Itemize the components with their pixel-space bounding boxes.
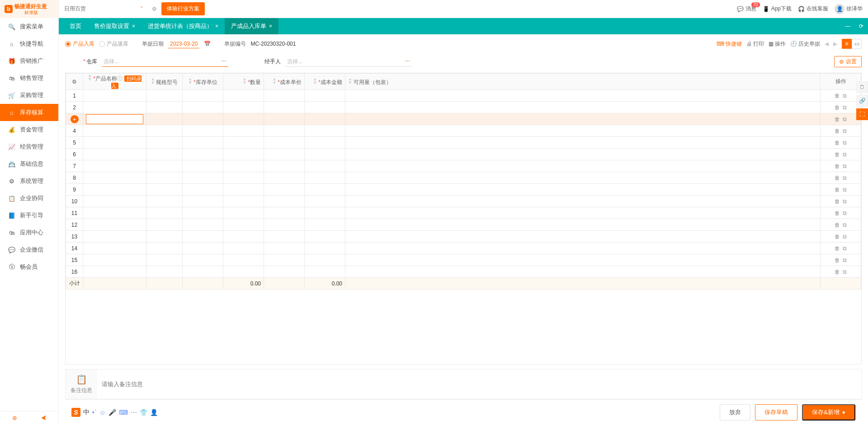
- app-download-button[interactable]: 📱 App下载: [763, 5, 792, 13]
- sidebar-collapse-icon[interactable]: ⮜: [29, 411, 59, 425]
- delete-row-icon[interactable]: 🗑: [835, 187, 840, 193]
- doc-date-field[interactable]: 2023-03-20: [168, 40, 199, 48]
- table-row[interactable]: 13🗑⧉: [66, 231, 861, 243]
- copy-row-icon[interactable]: ⧉: [843, 116, 847, 122]
- col-qty[interactable]: ▲▼*数量: [223, 74, 264, 90]
- copy-row-icon[interactable]: ⧉: [843, 140, 847, 146]
- sidebar-item-7[interactable]: 📈经营管理: [0, 138, 58, 155]
- tab-close-icon[interactable]: ×: [215, 23, 218, 29]
- warehouse-select[interactable]: 选择... ⋯: [102, 57, 228, 67]
- tab-3[interactable]: 产成品入库单×: [225, 18, 278, 34]
- col-config[interactable]: ⚙: [66, 74, 83, 90]
- tab-refresh-button[interactable]: ⟳: [854, 18, 868, 34]
- delete-row-icon[interactable]: 🗑: [835, 210, 840, 216]
- save-draft-button[interactable]: 保存草稿: [755, 404, 797, 420]
- handler-select[interactable]: 选择... ⋯: [285, 57, 412, 67]
- operate-button[interactable]: ▦操作: [769, 40, 786, 48]
- copy-row-icon[interactable]: ⧉: [843, 151, 847, 158]
- tab-1[interactable]: 售价提取设置×: [88, 18, 142, 34]
- sidebar-item-0[interactable]: 🔍搜索菜单: [0, 18, 58, 35]
- copy-row-icon[interactable]: ⧉: [843, 104, 847, 111]
- table-row[interactable]: 2🗑⧉: [66, 102, 861, 113]
- form-settings-button[interactable]: ⚙ 设置: [834, 56, 862, 67]
- delete-row-icon[interactable]: 🗑: [835, 116, 840, 122]
- copy-row-icon[interactable]: ⧉: [843, 269, 847, 275]
- ime-dot-icon[interactable]: •`: [92, 409, 97, 416]
- table-row[interactable]: 5🗑⧉: [66, 137, 861, 149]
- sidebar-item-3[interactable]: 🛍销售管理: [0, 70, 58, 87]
- delete-row-icon[interactable]: 🗑: [835, 234, 840, 240]
- copy-row-icon[interactable]: ⧉: [843, 175, 847, 181]
- table-row[interactable]: 1🗑⧉: [66, 90, 861, 102]
- sidebar-item-6[interactable]: 💰资金管理: [0, 121, 58, 138]
- add-row-button[interactable]: +: [71, 115, 79, 123]
- industry-selector[interactable]: 日用百货 ˅: [64, 5, 147, 13]
- sidebar-item-9[interactable]: ⚙系统管理: [0, 173, 58, 190]
- ime-mic-icon[interactable]: 🎤: [108, 409, 116, 416]
- tab-2[interactable]: 进货单统计表（按商品）×: [142, 18, 225, 34]
- sidebar-item-11[interactable]: 📘新手引导: [0, 207, 58, 224]
- product-name-input[interactable]: [86, 114, 143, 124]
- ime-shirt-icon[interactable]: 👕: [140, 409, 147, 416]
- delete-row-icon[interactable]: 🗑: [835, 93, 840, 99]
- try-industry-button[interactable]: 体验行业方案: [161, 2, 205, 15]
- table-row[interactable]: 7🗑⧉: [66, 160, 861, 172]
- table-row[interactable]: 4🗑⧉: [66, 125, 861, 137]
- user-menu[interactable]: 👤 徐泽华: [835, 4, 863, 14]
- ime-smile-icon[interactable]: ☺: [99, 409, 106, 416]
- history-button[interactable]: 🕘历史单据: [790, 40, 820, 48]
- rail-note-button[interactable]: 🗒: [856, 81, 868, 93]
- copy-row-icon[interactable]: ⧉: [843, 198, 847, 205]
- sidebar-item-10[interactable]: 📋企业协同: [0, 190, 58, 207]
- copy-row-icon[interactable]: ⧉: [843, 93, 847, 99]
- copy-row-icon[interactable]: ⧉: [843, 234, 847, 240]
- delete-row-icon[interactable]: 🗑: [835, 175, 840, 181]
- sidebar-item-2[interactable]: 🎁营销推广: [0, 52, 58, 70]
- sidebar-item-5[interactable]: ⌂库存核算: [0, 104, 58, 121]
- radio-product-out[interactable]: 产品退库: [99, 40, 128, 48]
- rail-expand-button[interactable]: ⛶: [856, 108, 868, 120]
- table-row[interactable]: 16🗑⧉: [66, 266, 861, 278]
- next-doc-button[interactable]: ▶: [833, 41, 837, 47]
- sidebar-settings-icon[interactable]: ⚙: [0, 411, 29, 425]
- discard-button[interactable]: 放弃: [720, 404, 750, 420]
- table-row[interactable]: 12🗑⧉: [66, 219, 861, 231]
- delete-row-icon[interactable]: 🗑: [835, 128, 840, 134]
- table-row[interactable]: 14🗑⧉: [66, 243, 861, 254]
- radio-product-in[interactable]: 产品入库: [65, 40, 94, 48]
- table-row[interactable]: 8🗑⧉: [66, 172, 861, 184]
- ime-sogou-icon[interactable]: S: [71, 408, 80, 417]
- sidebar-item-4[interactable]: 🛒采购管理: [0, 87, 58, 104]
- copy-row-icon[interactable]: ⧉: [843, 128, 847, 134]
- sidebar-item-8[interactable]: 📇基础信息: [0, 155, 58, 173]
- table-row[interactable]: 15🗑⧉: [66, 254, 861, 266]
- sidebar-item-13[interactable]: 💬企业微信: [0, 241, 58, 258]
- delete-row-icon[interactable]: 🗑: [835, 151, 840, 158]
- sidebar-item-14[interactable]: Ⓥ畅会员: [0, 258, 58, 276]
- table-row[interactable]: 9🗑⧉: [66, 184, 861, 196]
- table-row[interactable]: +🗑⧉: [66, 113, 861, 125]
- delete-row-icon[interactable]: 🗑: [835, 140, 840, 146]
- delete-row-icon[interactable]: 🗑: [835, 222, 840, 228]
- delete-row-icon[interactable]: 🗑: [835, 269, 840, 275]
- delete-row-icon[interactable]: 🗑: [835, 245, 840, 252]
- save-and-new-button[interactable]: 保存&新增 ▾: [802, 404, 855, 420]
- tab-close-icon[interactable]: ×: [132, 23, 135, 29]
- rail-link-button[interactable]: 🔗: [856, 95, 868, 107]
- calendar-icon[interactable]: 📅: [204, 41, 211, 47]
- remarks-input[interactable]: [97, 369, 861, 399]
- gear-icon[interactable]: ⚙: [152, 6, 157, 12]
- ime-dots-icon[interactable]: ⋯: [131, 409, 137, 416]
- col-available[interactable]: ▲▼可用量（包装）: [345, 74, 821, 90]
- table-row[interactable]: 10🗑⧉: [66, 196, 861, 207]
- copy-row-icon[interactable]: ⧉: [843, 257, 847, 263]
- col-spec[interactable]: ▲▼规格型号: [146, 74, 183, 90]
- view-card-button[interactable]: ▭: [852, 39, 862, 49]
- delete-row-icon[interactable]: 🗑: [835, 104, 840, 111]
- delete-row-icon[interactable]: 🗑: [835, 163, 840, 169]
- copy-row-icon[interactable]: ⧉: [843, 163, 847, 169]
- col-amount[interactable]: ▲▼*成本金额: [305, 74, 345, 90]
- sidebar-item-1[interactable]: ⌂快捷导航: [0, 35, 58, 52]
- delete-row-icon[interactable]: 🗑: [835, 198, 840, 205]
- table-row[interactable]: 11🗑⧉: [66, 207, 861, 219]
